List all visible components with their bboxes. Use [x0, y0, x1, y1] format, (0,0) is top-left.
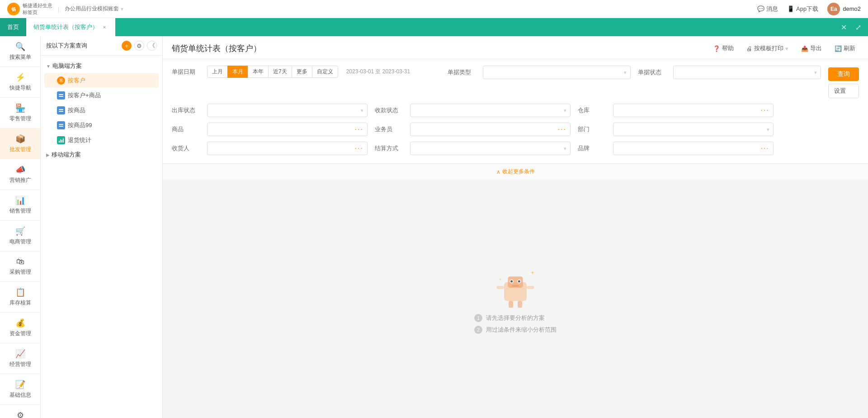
sidebar: 🔍 搜索菜单 ⚡ 快捷导航 🏪 零售管理 📦 批发管理 📣 营销推广 📊 销售管… — [0, 36, 41, 418]
out-status-select[interactable]: ▾ — [207, 104, 368, 117]
empty-tips: 1 请先选择要分析的方案 2 用过滤条件来缩小分析范围 — [474, 314, 557, 334]
brand-dots-icon: ··· — [760, 144, 769, 152]
recipient-select[interactable]: ··· — [207, 142, 368, 155]
header-left: 畅 畅捷通好生意 标签页 | 办公用品行业模拟账套 ▾ — [7, 2, 123, 15]
sidebar-item-quicknav[interactable]: ⚡ 快捷导航 — [0, 67, 40, 98]
svg-rect-10 — [61, 140, 62, 142]
sidebar-item-purchase[interactable]: 🛍 采购管理 — [0, 252, 40, 282]
date-btn-last-month[interactable]: 上月 — [207, 66, 227, 78]
settlement-select[interactable]: ▾ — [410, 142, 571, 155]
sidebar-item-search[interactable]: 🔍 搜索菜单 — [0, 36, 40, 67]
doc-type-label: 单据类型 — [448, 68, 479, 76]
settings-btn[interactable]: 设置 — [828, 84, 859, 98]
sidebar-item-inventory[interactable]: 📋 库存核算 — [0, 282, 40, 313]
tree-group-mobile[interactable]: ▶ 移动端方案 — [42, 148, 160, 162]
goods-select[interactable]: ··· — [207, 123, 368, 136]
svg-point-17 — [518, 280, 520, 283]
svg-rect-20 — [527, 286, 534, 289]
user-info[interactable]: Ea demo2 — [827, 3, 861, 15]
svg-rect-3 — [59, 96, 63, 97]
page-title: 销货单统计表（按客户） — [172, 43, 261, 54]
salesperson-label: 业务员 — [375, 125, 406, 133]
recipient-dots-icon: ··· — [355, 144, 363, 152]
collapse-panel-btn[interactable]: 《 — [147, 41, 157, 51]
panel-action-btns: + ⚙ 《 — [122, 41, 157, 51]
salesperson-select[interactable]: ··· — [410, 123, 571, 136]
sidebar-item-ecommerce[interactable]: 🛒 电商管理 — [0, 221, 40, 252]
top-header: 畅 畅捷通好生意 标签页 | 办公用品行业模拟账套 ▾ 💬 消息 📱 App下载… — [0, 0, 868, 18]
collapse-bar[interactable]: ∧ 收起更多条件 — [163, 164, 868, 179]
message-icon: 💬 — [757, 5, 764, 12]
doc-type-select[interactable]: ▾ — [483, 66, 631, 79]
svg-text:✦: ✦ — [530, 270, 535, 276]
date-btn-more[interactable]: 更多 — [292, 66, 312, 78]
refresh-btn[interactable]: 🔄 刷新 — [831, 43, 859, 54]
date-btn-this-month[interactable]: 本月 — [227, 66, 248, 78]
department-select[interactable]: ▾ — [613, 123, 774, 136]
tab-sales-stats[interactable]: 销货单统计表（按客户） × — [26, 18, 115, 36]
tree-item-by-customer-goods[interactable]: 按客户+商品 — [44, 88, 159, 103]
svg-rect-6 — [59, 124, 63, 125]
avatar: Ea — [827, 3, 840, 15]
settlement-label: 结算方式 — [375, 144, 406, 152]
return-stats-icon — [57, 136, 65, 144]
content-area: 按以下方案查询 + ⚙ 《 ▼ 电脑端方案 客 按客户 — [41, 36, 868, 418]
tree-item-by-goods99[interactable]: 按商品99 — [44, 118, 159, 133]
sidebar-item-basic[interactable]: 📝 基础信息 — [0, 374, 40, 405]
retail-icon: 🏪 — [15, 103, 25, 113]
help-icon: ❓ — [713, 45, 720, 52]
warehouse-dots-icon: ··· — [760, 106, 769, 114]
date-btn-7days[interactable]: 近7天 — [268, 66, 292, 78]
doc-status-dropdown-icon: ▾ — [814, 70, 817, 76]
date-range-text: 2023-03-01 至 2023-03-31 — [346, 68, 410, 76]
department-dropdown-icon: ▾ — [767, 127, 769, 133]
logo-text: 畅捷通好生意 标签页 — [23, 2, 52, 15]
app-download-btn[interactable]: 📱 App下载 — [787, 5, 818, 13]
logo-icon: 畅 — [7, 3, 20, 15]
page-actions: ❓ 帮助 🖨 按模板打印 ▾ 📤 导出 🔄 刷新 — [709, 43, 859, 54]
purchase-icon: 🛍 — [16, 257, 24, 266]
print-dropdown-icon: ▾ — [785, 45, 788, 52]
tree-item-by-customer[interactable]: 客 按客户 — [44, 73, 159, 88]
svg-rect-9 — [60, 139, 61, 142]
export-btn[interactable]: 📤 导出 — [797, 43, 826, 54]
message-btn[interactable]: 💬 消息 — [757, 5, 778, 13]
payment-status-select[interactable]: ▾ — [410, 104, 571, 117]
sidebar-item-retail[interactable]: 🏪 零售管理 — [0, 98, 40, 128]
help-btn[interactable]: ❓ 帮助 — [709, 43, 737, 54]
tree-item-by-goods[interactable]: 按商品 — [44, 103, 159, 118]
tab-close-btn[interactable]: × — [101, 24, 108, 31]
tree-item-return-stats[interactable]: 退货统计 — [44, 133, 159, 147]
department-label: 部门 — [578, 125, 609, 133]
query-btn[interactable]: 查询 — [828, 67, 859, 81]
chevron-right-icon: ▶ — [46, 152, 50, 157]
sidebar-item-wholesale[interactable]: 📦 批发管理 — [0, 128, 40, 159]
sidebar-item-finance[interactable]: 💰 资金管理 — [0, 313, 40, 343]
tip-num-2: 2 — [474, 326, 482, 334]
sidebar-item-marketing[interactable]: 📣 营销推广 — [0, 159, 40, 190]
warehouse-select[interactable]: ··· — [613, 104, 774, 117]
payment-status-dropdown-icon: ▾ — [564, 108, 566, 114]
warehouse-label: 仓库 — [578, 106, 609, 114]
add-scheme-btn[interactable]: + — [122, 41, 132, 51]
svg-rect-18 — [512, 285, 519, 286]
date-btn-custom[interactable]: 自定义 — [312, 66, 338, 78]
tab-close-window-btn[interactable]: ✕ — [838, 22, 849, 33]
date-btn-this-year[interactable]: 本年 — [248, 66, 268, 78]
tree-group-pc[interactable]: ▼ 电脑端方案 — [42, 59, 160, 73]
tab-restore-btn[interactable]: ⤢ — [853, 22, 863, 33]
sidebar-item-sales[interactable]: 📊 销售管理 — [0, 190, 40, 221]
brand-select[interactable]: ··· — [613, 142, 774, 155]
marketing-icon: 📣 — [15, 165, 25, 175]
tab-home[interactable]: 首页 — [0, 18, 26, 36]
sidebar-item-operation[interactable]: 📈 经营管理 — [0, 343, 40, 374]
svg-point-16 — [510, 280, 513, 283]
print-btn[interactable]: 🖨 按模板打印 ▾ — [743, 43, 792, 54]
settings-scheme-btn[interactable]: ⚙ — [134, 41, 144, 51]
sidebar-item-system[interactable]: ⚙ 系统管理 — [0, 405, 40, 418]
left-panel-header: 按以下方案查询 + ⚙ 《 — [41, 36, 162, 56]
collapse-up-icon: ∧ — [496, 169, 500, 175]
doc-status-select[interactable]: ▾ — [673, 66, 821, 79]
logo-area: 畅 畅捷通好生意 标签页 — [7, 2, 52, 15]
tab-bar: 首页 销货单统计表（按客户） × ✕ ⤢ — [0, 18, 868, 36]
